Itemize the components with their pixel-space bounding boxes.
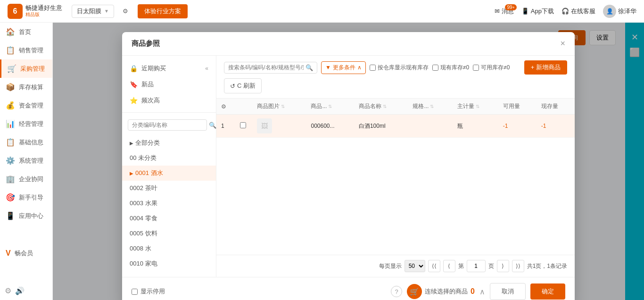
nav-selector[interactable]: 日太阳膜 ▼ [72, 5, 114, 18]
mobile-icon: 📱 [521, 8, 529, 15]
main-content: 查询 设置 商品参照 × 🔒 近期 [53, 23, 644, 300]
prev-page-button[interactable]: ⟨ [443, 260, 455, 272]
filter-bar: 🔍 ▼ 更多条件 ∧ 按仓库显示现有库存 [216, 56, 575, 99]
cart-area[interactable]: 🛒 连续选择的商品 0 [407, 284, 475, 299]
recent-icon: 🔒 [130, 65, 138, 72]
footer-right: ? 🛒 连续选择的商品 0 ∧ 取消 确定 [391, 283, 565, 300]
system-icon: ⚙️ [6, 156, 15, 165]
messages-button[interactable]: ✉ 消息 99+ [495, 7, 514, 16]
table-row[interactable]: 1 🖼 000600... 白酒100ml 瓶 [216, 115, 575, 138]
tab-frequent[interactable]: ⭐ 频次高 [122, 92, 216, 108]
experience-button[interactable]: 体验行业方案 [138, 4, 188, 18]
category-search-icon[interactable]: 🔍 [209, 122, 216, 129]
sidebar-item-finance[interactable]: 💰 资金管理 [0, 96, 52, 115]
sidebar-item-enterprise[interactable]: 🏢 企业协同 [0, 170, 52, 188]
collapse-left-icon[interactable]: « [205, 65, 208, 72]
sidebar-label-system: 系统管理 [19, 157, 43, 165]
cart-icon: 🛒 [407, 284, 422, 299]
sidebar-item-base[interactable]: 📋 基础信息 [0, 133, 52, 151]
last-page-button[interactable]: ⟩⟩ [512, 260, 524, 272]
current-stock-checkbox[interactable]: 现有库存≠0 [432, 64, 469, 72]
cat-0010[interactable]: 0010 家电 [122, 256, 216, 271]
sidebar-label-home: 首页 [19, 28, 31, 36]
sidebar-item-home[interactable]: 🏠 首页 [0, 23, 52, 41]
sidebar-item-purchase[interactable]: 🛒 采购管理 [0, 59, 52, 78]
show-in-stock-checkbox[interactable]: 按仓库显示现有库存 [370, 64, 429, 72]
sidebar-item-apps[interactable]: 📱 应用中心 [0, 207, 52, 225]
cell-unit: 瓶 [453, 115, 498, 138]
guide-icon: 🎯 [6, 193, 15, 202]
sidebar-item-operation[interactable]: 📊 经营管理 [0, 115, 52, 133]
modal-header: 商品参照 × [122, 32, 575, 56]
col-settings[interactable]: ⚙ [216, 99, 235, 115]
more-conditions-button[interactable]: ▼ 更多条件 ∧ [321, 61, 366, 74]
frequent-icon: ⭐ [130, 97, 138, 104]
category-search-row: 🔍 [122, 117, 216, 133]
cat-00[interactable]: 00 未分类 [122, 150, 216, 166]
user-profile[interactable]: 👤 徐泽华 [603, 5, 636, 18]
avatar: 👤 [603, 5, 616, 18]
enterprise-icon: 🏢 [6, 175, 15, 183]
sidebar-label-purchase: 采购管理 [20, 65, 45, 73]
next-page-button[interactable]: ⟩ [497, 260, 509, 272]
tab-new[interactable]: 🔖 新品 [122, 76, 216, 92]
sort-icon-unit: ⇅ [476, 104, 479, 109]
sidebar-item-inventory[interactable]: 📦 库存核算 [0, 78, 52, 96]
cancel-button[interactable]: 取消 [490, 283, 526, 300]
first-page-button[interactable]: ⟨⟨ [428, 260, 440, 272]
close-icon[interactable]: × [560, 39, 565, 49]
product-search-input[interactable] [228, 64, 304, 71]
col-spec: 规格... ⇅ [408, 99, 452, 115]
category-tree: ▶ 全部分类 00 未分类 ▶ 0001 酒水 0002 茶 [122, 133, 216, 272]
topbar-right: ✉ 消息 99+ 📱 App下载 🎧 在线客服 👤 徐泽华 [495, 5, 636, 18]
apps-icon: 📱 [6, 211, 15, 220]
cat-0005[interactable]: 0005 饮料 [122, 226, 216, 241]
sidebar-label-guide: 新手引导 [19, 193, 43, 202]
cat-all[interactable]: ▶ 全部分类 [122, 135, 216, 150]
confirm-button[interactable]: 确定 [530, 283, 565, 300]
sidebar-label-enterprise: 企业协同 [19, 175, 43, 183]
volume-icon[interactable]: 🔊 [15, 286, 25, 295]
tab-recent[interactable]: 🔒 近期购买 « [122, 60, 216, 76]
cat-0003[interactable]: 0003 水果 [122, 196, 216, 211]
product-search-box: 🔍 [224, 62, 317, 74]
cat-0004[interactable]: 0004 零食 [122, 211, 216, 226]
cat-0002[interactable]: 0002 茶叶 [122, 181, 216, 196]
logo-sub: 精品版 [25, 11, 62, 18]
online-service-button[interactable]: 🎧 在线客服 [561, 7, 595, 16]
col-check [235, 99, 252, 115]
modal-footer: 显示停用 ? 🛒 连续选择的商品 0 ∧ 取消 确定 [122, 277, 575, 300]
sidebar-item-member[interactable]: V 畅会员 [0, 244, 52, 262]
app-download-button[interactable]: 📱 App下载 [521, 7, 554, 16]
page-number-input[interactable] [467, 260, 486, 272]
sidebar-label-finance: 资金管理 [19, 101, 43, 110]
show-disabled-checkbox[interactable]: 显示停用 [132, 287, 165, 296]
category-search-input[interactable] [128, 119, 207, 131]
search-icon[interactable]: 🔍 [305, 64, 313, 71]
table-header-row: ⚙ 商品图片 ⇅ [216, 99, 575, 115]
refresh-button[interactable]: ↺ C 刷新 [224, 78, 262, 93]
cell-available: -1 [498, 115, 537, 138]
available-stock-checkbox[interactable]: 可用库存≠0 [473, 64, 510, 72]
col-unit: 主计量 ⇅ [453, 99, 498, 115]
sidebar-item-system[interactable]: ⚙️ 系统管理 [0, 151, 52, 170]
cat-0001[interactable]: ▶ 0001 酒水 [122, 166, 216, 181]
sort-icon-image: ⇅ [281, 104, 285, 109]
sidebar-item-guide[interactable]: 🎯 新手引导 [0, 188, 52, 207]
help-icon[interactable]: ? [391, 286, 402, 297]
inventory-icon: 📦 [6, 83, 15, 92]
cell-stock: -1 [537, 115, 575, 138]
settings-bottom-icon[interactable]: ⚙ [5, 286, 11, 295]
cell-check[interactable] [235, 115, 252, 138]
gear-icon[interactable]: ⚙ [118, 4, 133, 19]
add-product-button[interactable]: + 新增商品 [524, 60, 567, 75]
cat-0008[interactable]: 0008 水 [122, 241, 216, 256]
col-image: 商品图片 ⇅ [252, 99, 306, 115]
sidebar-item-sales[interactable]: 📋 销售管理 [0, 41, 52, 59]
logo-icon: 6 [8, 4, 23, 19]
arrow-icon-0001: ▶ [130, 171, 133, 176]
collapse-footer-icon[interactable]: ∧ [479, 287, 485, 296]
per-page-select[interactable]: 50 [405, 260, 425, 272]
nav-selector-label: 日太阳膜 [77, 7, 101, 16]
modal-body: 🔒 近期购买 « 🔖 新品 ⭐ 频次高 [122, 56, 575, 277]
